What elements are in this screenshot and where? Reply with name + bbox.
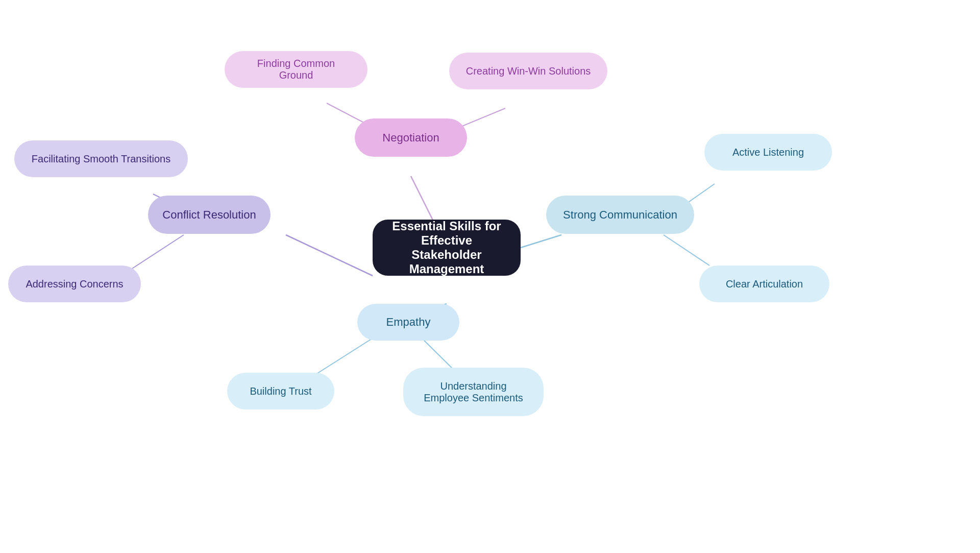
finding-common-ground-node: Finding Common Ground [225, 51, 368, 88]
empathy-node: Empathy [357, 304, 459, 341]
creating-win-win-label: Creating Win-Win Solutions [466, 65, 591, 77]
clear-articulation-node: Clear Articulation [699, 266, 829, 302]
addressing-concerns-node: Addressing Concerns [8, 266, 141, 302]
strong-communication-node: Strong Communication [546, 196, 694, 234]
conflict-resolution-node: Conflict Resolution [148, 196, 271, 234]
strong-communication-label: Strong Communication [563, 208, 677, 222]
active-listening-node: Active Listening [704, 134, 832, 171]
svg-line-6 [521, 235, 561, 248]
conflict-resolution-label: Conflict Resolution [162, 208, 256, 222]
negotiation-node: Negotiation [355, 118, 467, 157]
building-trust-label: Building Trust [250, 386, 311, 397]
clear-articulation-label: Clear Articulation [726, 278, 803, 290]
finding-common-ground-label: Finding Common Ground [239, 58, 353, 81]
understanding-employee-node: Understanding Employee Sentiments [403, 368, 544, 416]
creating-win-win-node: Creating Win-Win Solutions [449, 53, 607, 89]
understanding-employee-label: Understanding Employee Sentiments [418, 380, 529, 404]
building-trust-node: Building Trust [227, 373, 334, 410]
empathy-label: Empathy [386, 316, 431, 329]
svg-line-3 [286, 235, 373, 276]
negotiation-label: Negotiation [382, 131, 439, 145]
facilitating-smooth-label: Facilitating Smooth Transitions [32, 153, 170, 165]
center-label: Essential Skills for Effective Stakehold… [387, 219, 506, 276]
active-listening-label: Active Listening [732, 147, 804, 158]
addressing-concerns-label: Addressing Concerns [26, 278, 123, 290]
center-node: Essential Skills for Effective Stakehold… [373, 220, 521, 276]
facilitating-smooth-node: Facilitating Smooth Transitions [14, 140, 188, 177]
svg-line-8 [664, 235, 709, 266]
